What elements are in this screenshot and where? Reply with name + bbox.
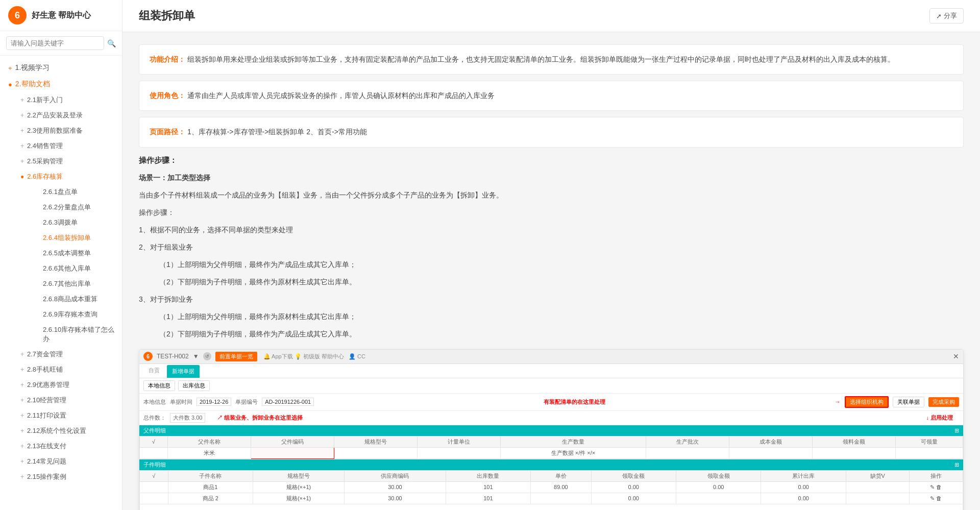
table-row2-3 bbox=[140, 504, 963, 510]
role-label: 使用角色： bbox=[150, 91, 185, 100]
mock-confirm-btn[interactable]: 完成采购 bbox=[928, 397, 959, 407]
sidebar-item-install[interactable]: + 2.2产品安装及登录 bbox=[14, 108, 122, 123]
td2-check bbox=[140, 481, 168, 493]
td2-qty: 101 bbox=[446, 481, 530, 493]
sidebar-item-267[interactable]: 2.6.7其他出库单 bbox=[37, 276, 122, 292]
path-text: 1、库存核算->库存管理->组装拆卸单 2、首页->常用功能 bbox=[187, 128, 367, 136]
mock-tab-new[interactable]: 新增单据 bbox=[167, 365, 200, 378]
label: 2.15操作案例 bbox=[27, 472, 66, 481]
label: 2.6.4组装拆卸单 bbox=[43, 233, 91, 242]
share-label: 分享 bbox=[944, 11, 957, 20]
label: 2.13在线支付 bbox=[27, 442, 66, 451]
td2-check bbox=[140, 493, 168, 504]
mock-tab-home[interactable]: 自贡 bbox=[143, 364, 165, 378]
label: 2.6.1盘点单 bbox=[43, 187, 78, 197]
sidebar-item-video[interactable]: + 1.视频学习 bbox=[0, 60, 122, 76]
mock-preview-btn[interactable]: 出库信息 bbox=[178, 380, 210, 391]
nav-tree: + 1.视频学习 ● 2.帮助文档 + 2.1新手入门 + 2.2产品安装及登录… bbox=[0, 56, 122, 510]
sidebar-item-264[interactable]: 2.6.4组装拆卸单 bbox=[37, 230, 122, 246]
step3b: （2）下部明细为子件明细，最终作为产成品生成其它入库单。 bbox=[139, 327, 964, 341]
td2-supplier: 30.00 bbox=[345, 493, 446, 504]
upper-table-icon: ⊞ bbox=[954, 427, 959, 434]
sidebar-item-268[interactable]: 2.6.8商品成本重算 bbox=[37, 292, 122, 307]
search-input[interactable] bbox=[6, 36, 104, 50]
expand-icon: + bbox=[20, 366, 24, 373]
sidebar-item-docs[interactable]: ● 2.帮助文档 bbox=[0, 76, 122, 92]
mock-dropdown-icon: ▼ bbox=[193, 353, 199, 360]
sidebar-item-label: 1.视频学习 bbox=[15, 63, 50, 72]
expand-icon: + bbox=[20, 142, 24, 150]
mock-table-header-upper: 父件明细 ⊞ bbox=[139, 425, 963, 436]
mock-save-btn[interactable]: 本地信息 bbox=[143, 380, 175, 391]
screenshot-mockup: 6 TEST-H002 ▼ ↺ 前置单据一览 🔔 App下载 💡 初级版 帮助中… bbox=[139, 349, 964, 510]
form-orderno-label: 单据编号 bbox=[235, 398, 258, 406]
sidebar-item-215[interactable]: + 2.15操作案例 bbox=[14, 469, 122, 484]
label: 2.6.10库存账本错了怎么办 bbox=[43, 325, 116, 344]
td2-op[interactable]: ✎ 🗑 bbox=[909, 481, 963, 493]
sidebar-item-211[interactable]: + 2.11打印设置 bbox=[14, 408, 122, 423]
step1: 1、根据不同的业务，选择不同单据的类型来处理 bbox=[139, 223, 964, 237]
sidebar-item-29[interactable]: + 2.9优惠券管理 bbox=[14, 377, 122, 393]
expand-icon: + bbox=[20, 96, 24, 104]
th2-name: 子件名称 bbox=[168, 470, 253, 481]
search-icon[interactable]: 🔍 bbox=[107, 39, 116, 47]
sidebar-item-262[interactable]: 2.6.2分量盘点单 bbox=[37, 200, 122, 215]
share-icon: ➚ bbox=[936, 12, 942, 20]
mock-titlebar-left: 6 TEST-H002 ▼ ↺ 前置单据一览 🔔 App下载 💡 初级版 帮助中… bbox=[143, 352, 365, 361]
td2-spec: 规格(×+1) bbox=[253, 493, 345, 504]
sidebar-item-inventory[interactable]: ● 2.6库存核算 bbox=[14, 169, 122, 184]
steps-title: 操作步骤： bbox=[139, 156, 964, 165]
sidebar-item-purchase[interactable]: + 2.5采购管理 bbox=[14, 154, 122, 169]
expand-icon: + bbox=[20, 458, 24, 465]
td2-spec: 规格(×+1) bbox=[253, 481, 345, 493]
sidebar-item-213[interactable]: + 2.13在线支付 bbox=[14, 439, 122, 454]
expand-icon: + bbox=[20, 397, 24, 404]
sidebar-item-sales[interactable]: + 2.4销售管理 bbox=[14, 138, 122, 154]
path-card: 页面路径： 1、库存核算->库存管理->组装拆卸单 2、首页->常用功能 bbox=[139, 117, 964, 147]
lower-table-title: 子件明细 bbox=[143, 461, 166, 469]
mock-close-icon[interactable]: ✕ bbox=[953, 352, 959, 360]
sidebar-item-label: 2.5采购管理 bbox=[27, 157, 63, 166]
steps-label2: 操作步骤： bbox=[139, 205, 964, 220]
nav-sub-inventory: 2.6.1盘点单 2.6.2分量盘点单 2.6.3调拨单 2.6.4组装拆卸单 … bbox=[14, 184, 122, 347]
step3a: （1）上部明细为父件明细，最终作为原材料生成其它出库单； bbox=[139, 309, 964, 324]
step2b: （2）下部明细为子件明细，最终作为原材料生成其它出库单。 bbox=[139, 275, 964, 289]
sidebar-item-269[interactable]: 2.6.9库存账本查询 bbox=[37, 307, 122, 322]
td2-amount1: 0.00 bbox=[591, 481, 676, 493]
form-orderno-value: AD-20191226-001 bbox=[262, 398, 314, 406]
sidebar-item-210[interactable]: + 2.10经营管理 bbox=[14, 393, 122, 408]
td2-op[interactable]: ✎ 🗑 bbox=[909, 493, 963, 504]
path-label: 页面路径： bbox=[150, 128, 185, 136]
sidebar-item-214[interactable]: + 2.14常见问题 bbox=[14, 454, 122, 469]
arrow1: → bbox=[835, 398, 841, 405]
mock-org-btn[interactable]: 关联单据 bbox=[893, 397, 924, 407]
sidebar-item-data-prep[interactable]: + 2.3使用前数据准备 bbox=[14, 123, 122, 138]
td2-amount1: 0.00 bbox=[591, 493, 676, 504]
summary-count: 大件数 3.00 bbox=[170, 413, 205, 423]
intro-label: 功能介绍： bbox=[150, 55, 185, 63]
sidebar-item-266[interactable]: 2.6.6其他入库单 bbox=[37, 261, 122, 276]
mock-assembly-btn[interactable]: 选择组织机构 bbox=[845, 396, 889, 408]
expand-icon: + bbox=[8, 64, 12, 72]
sidebar-item-28[interactable]: + 2.8手机旺铺 bbox=[14, 362, 122, 377]
td-code[interactable] bbox=[251, 447, 334, 458]
expand-icon: + bbox=[20, 412, 24, 419]
label: 2.6.5成本调整单 bbox=[43, 249, 91, 258]
sidebar-item-212[interactable]: + 2.12系统个性化设置 bbox=[14, 423, 122, 439]
sidebar-item-27[interactable]: + 2.7资金管理 bbox=[14, 347, 122, 362]
td-pick bbox=[813, 447, 896, 458]
td2-price bbox=[531, 493, 591, 504]
sidebar-item-263[interactable]: 2.6.3调拨单 bbox=[37, 215, 122, 230]
share-button[interactable]: ➚ 分享 bbox=[929, 8, 964, 23]
summary-label: 总件数： bbox=[143, 414, 166, 422]
upper-table: √ 父件名称 父件编码 规格型号 计量单位 生产数量 生产批次 成本金额 领料金… bbox=[139, 436, 963, 459]
sidebar-item-new-user[interactable]: + 2.1新手入门 bbox=[14, 92, 122, 108]
th2-spec: 规格型号 bbox=[253, 470, 345, 481]
label: 2.6.9库存账本查询 bbox=[43, 310, 97, 319]
sidebar-item-265[interactable]: 2.6.5成本调整单 bbox=[37, 246, 122, 261]
td2-empty3 bbox=[140, 504, 963, 510]
scene1-title: 场景一：加工类型选择 bbox=[139, 171, 964, 185]
sidebar-item-261[interactable]: 2.6.1盘点单 bbox=[37, 184, 122, 200]
sidebar-item-2610[interactable]: 2.6.10库存账本错了怎么办 bbox=[37, 322, 122, 347]
form-doctype-label: 本地信息 bbox=[143, 398, 166, 406]
